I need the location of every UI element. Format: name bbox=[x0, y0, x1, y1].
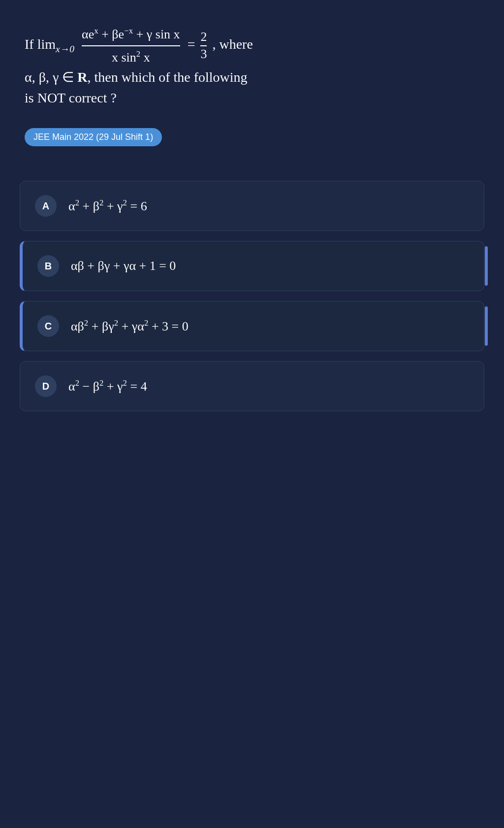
page-container: If limx→0 αex + βe−x + γ sin x x sin2 x … bbox=[0, 0, 504, 828]
question-continuation-2: is NOT correct ? bbox=[25, 90, 117, 105]
result-numerator: 2 bbox=[200, 30, 207, 46]
option-b-expression: αβ + βγ + γα + 1 = 0 bbox=[71, 259, 176, 273]
result-denominator: 3 bbox=[200, 46, 207, 62]
option-a[interactable]: A α2 + β2 + γ2 = 6 bbox=[20, 181, 484, 231]
fraction-numerator: αex + βe−x + γ sin x bbox=[82, 25, 180, 46]
source-badge-container: JEE Main 2022 (29 Jul Shift 1) bbox=[25, 123, 479, 146]
option-d[interactable]: D α2 − β2 + γ2 = 4 bbox=[20, 361, 484, 411]
options-container: A α2 + β2 + γ2 = 6 B αβ + βγ + γα + 1 = … bbox=[20, 181, 484, 421]
scrollbar-indicator-b bbox=[485, 246, 488, 286]
option-a-label: A bbox=[35, 195, 57, 217]
option-d-expression: α2 − β2 + γ2 = 4 bbox=[68, 378, 147, 394]
option-c-expression: αβ2 + βγ2 + γα2 + 3 = 0 bbox=[71, 318, 189, 334]
question-prefix: If lim bbox=[25, 36, 56, 52]
question-block: If limx→0 αex + βe−x + γ sin x x sin2 x … bbox=[20, 15, 484, 161]
option-c-label: C bbox=[37, 315, 59, 337]
fraction-denominator: x sin2 x bbox=[82, 46, 180, 67]
scrollbar-indicator-c bbox=[485, 306, 488, 346]
option-c[interactable]: C αβ2 + βγ2 + γα2 + 3 = 0 bbox=[20, 301, 484, 351]
question-continuation: α, β, γ ∈ R, then which of the following bbox=[25, 69, 248, 85]
option-b-label: B bbox=[37, 255, 59, 277]
question-text: If limx→0 αex + βe−x + γ sin x x sin2 x … bbox=[25, 25, 479, 108]
equals-sign: = bbox=[188, 36, 199, 52]
option-d-label: D bbox=[35, 375, 57, 397]
result-fraction: 2 3 bbox=[200, 30, 207, 61]
source-badge: JEE Main 2022 (29 Jul Shift 1) bbox=[25, 128, 162, 146]
question-suffix: , where bbox=[212, 36, 252, 52]
limit-subscript: x→0 bbox=[56, 44, 74, 54]
limit-fraction: αex + βe−x + γ sin x x sin2 x bbox=[82, 25, 180, 67]
option-a-expression: α2 + β2 + γ2 = 6 bbox=[68, 198, 147, 214]
option-b[interactable]: B αβ + βγ + γα + 1 = 0 bbox=[20, 241, 484, 291]
